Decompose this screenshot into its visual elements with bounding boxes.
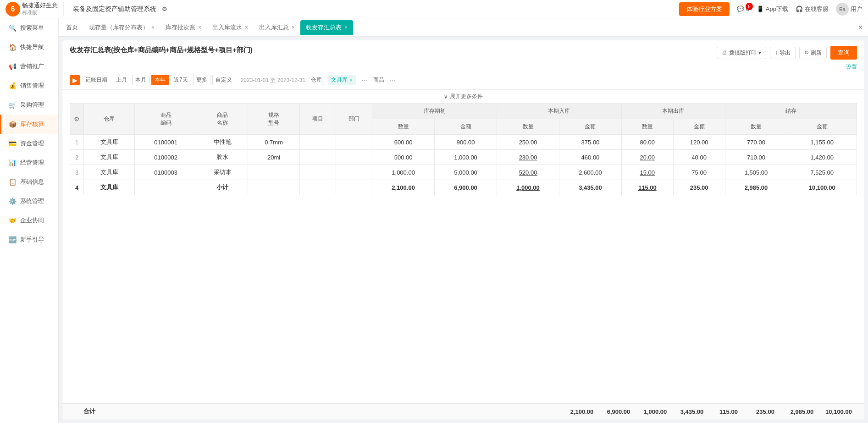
tab-close-all[interactable]: ×: [858, 23, 866, 32]
tab-stock-dist-close[interactable]: ×: [151, 24, 155, 31]
sidebar-item-system[interactable]: ⚙️ 系统管理: [0, 192, 58, 211]
sidebar-label-search: 搜索菜单: [20, 24, 44, 32]
online-support-item[interactable]: 🎧 在线客服: [796, 5, 829, 13]
trial-button[interactable]: 体验行业方案: [679, 2, 730, 16]
row-project: [299, 180, 336, 195]
expand-more-row[interactable]: ∨ 展开更多条件: [62, 89, 864, 103]
print-label: 拨镜版打印: [729, 49, 757, 57]
row-out-qty[interactable]: 15.00: [621, 165, 673, 180]
row-close-qty: 770.00: [725, 135, 787, 150]
tab-inout-summary[interactable]: 出入库汇总 ×: [254, 20, 300, 35]
row-close-qty: 710.00: [725, 150, 787, 165]
tab-inout-flow[interactable]: 出入库流水 ×: [207, 20, 254, 35]
date-btn-7days[interactable]: 近7天: [171, 75, 191, 85]
row-project: [299, 150, 336, 165]
sidebar-label-baseinfo: 基础信息: [20, 178, 44, 186]
user-avatar: Ea: [836, 3, 849, 16]
app-container: 6 畅捷通好生意 标准版 装备及固定资产辅助管理系统 ⚙ 体验行业方案 💬 6 …: [0, 0, 868, 423]
query-button[interactable]: 查询: [830, 46, 857, 60]
sidebar-item-baseinfo[interactable]: 📋 基础信息: [0, 172, 58, 192]
brand-name: 畅捷通好生意: [22, 2, 58, 10]
sidebar-label-purchase: 采购管理: [20, 101, 44, 109]
row-in-qty[interactable]: 1,000.00: [497, 180, 559, 195]
date-btn-custom[interactable]: 自定义: [212, 75, 235, 85]
headset-icon: 🎧: [796, 5, 803, 12]
app-download-item[interactable]: 📱 App下载: [757, 5, 788, 13]
setting-link[interactable]: 设置: [846, 63, 857, 71]
footer-in-amt: 3,435.00: [674, 408, 710, 415]
date-btn-this-month[interactable]: 本月: [132, 75, 149, 85]
th-code: 商品编码: [135, 104, 197, 135]
sidebar-label-guide: 新手引导: [20, 236, 44, 244]
date-btn-last-month[interactable]: 上月: [113, 75, 130, 85]
row-out-qty[interactable]: 80.00: [621, 135, 673, 150]
row-dept: [336, 165, 372, 180]
top-left: 6 畅捷通好生意 标准版 装备及固定资产辅助管理系统 ⚙: [6, 2, 171, 16]
sidebar-item-guide[interactable]: 🆕 新手引导: [0, 230, 58, 249]
th-open-amt: 金额: [435, 119, 497, 135]
footer-out-qty: 115.00: [710, 408, 747, 415]
tab-batch-close[interactable]: ×: [198, 24, 201, 31]
print-icon: 🖨: [722, 49, 727, 56]
row-project: [299, 135, 336, 150]
footer-numbers: 2,100.00 6,900.00 1,000.00 3,435.00 115.…: [116, 408, 857, 415]
tab-batch[interactable]: 库存批次账 ×: [160, 20, 207, 35]
refresh-icon: ↻: [804, 49, 809, 56]
sidebar-item-quicknav[interactable]: 🏠 快捷导航: [0, 38, 58, 57]
separator: [63, 2, 64, 16]
tab-home[interactable]: 首页: [61, 20, 83, 35]
sidebar-item-inventory[interactable]: 📦 库存核算: [0, 115, 58, 134]
warehouse-tag-close[interactable]: ×: [349, 77, 352, 83]
tab-inout-flow-label: 出入库流水: [212, 23, 242, 32]
sidebar-label-marketing: 营销推广: [20, 62, 44, 71]
notification-icon: 💬: [737, 5, 744, 12]
sidebar-item-search[interactable]: 🔍 搜索菜单: [0, 18, 58, 38]
print-button[interactable]: 🖨 拨镜版打印 ▾: [717, 47, 766, 59]
date-btn-more[interactable]: 更多: [193, 75, 210, 85]
warehouse-filter-label: 仓库: [311, 76, 322, 84]
sidebar-item-finance[interactable]: 💳 资金管理: [0, 134, 58, 153]
goods-more-dots[interactable]: ···: [390, 76, 396, 84]
footer-close-amt: 10,100.00: [820, 408, 857, 415]
tab-recv-send[interactable]: 收发存汇总表 ×: [300, 20, 353, 35]
row-out-qty[interactable]: 20.00: [621, 150, 673, 165]
tab-inout-summary-close[interactable]: ×: [292, 24, 295, 31]
export-icon: ↑: [775, 49, 778, 56]
sidebar-item-enterprise[interactable]: 🤝 企业协同: [0, 211, 58, 230]
user-item[interactable]: Ea 用户: [836, 3, 862, 16]
row-code: [135, 180, 197, 195]
notifications-item[interactable]: 💬 6 6: [737, 5, 749, 12]
row-out-amt: 40.00: [673, 150, 725, 165]
purchase-icon: 🛒: [9, 101, 17, 109]
sidebar: 🔍 搜索菜单 🏠 快捷导航 📢 营销推广 💰 销售管理 🛒 采购管: [0, 18, 59, 423]
sidebar-item-purchase[interactable]: 🛒 采购管理: [0, 95, 58, 115]
sidebar-item-marketing[interactable]: 📢 营销推广: [0, 57, 58, 76]
refresh-button[interactable]: ↻ 刷新: [799, 47, 827, 59]
page-title: 收发存汇总表(按仓库+商品编码+商品+规格型号+项目+部门): [70, 46, 253, 55]
th-spec: 规格型号: [248, 104, 300, 135]
sidebar-item-operations[interactable]: 📊 经营管理: [0, 153, 58, 172]
export-button[interactable]: ↑ 导出: [770, 47, 796, 59]
settings-icon[interactable]: ⚙: [158, 3, 171, 16]
row-out-qty[interactable]: 115.00: [621, 180, 673, 195]
row-in-qty[interactable]: 230.00: [497, 150, 559, 165]
home-icon: 🏠: [9, 44, 17, 51]
th-group-out: 本期出库: [621, 104, 725, 119]
table-settings-icon[interactable]: ⚙: [74, 115, 80, 123]
sidebar-menu: 🔍 搜索菜单 🏠 快捷导航 📢 营销推广 💰 销售管理 🛒 采购管: [0, 18, 58, 423]
row-in-qty[interactable]: 520.00: [497, 165, 559, 180]
filter-expand-button[interactable]: ▶: [70, 75, 80, 85]
row-close-amt: 7,525.00: [787, 165, 857, 180]
date-btn-this-year[interactable]: 本年: [151, 75, 169, 85]
sidebar-item-sales[interactable]: 💰 销售管理: [0, 76, 58, 95]
row-dept: [336, 180, 372, 195]
table-row: 3 文具库 0100003 采访本 1,000.00 5,000.00 520.…: [70, 165, 857, 180]
row-in-qty[interactable]: 250.00: [497, 135, 559, 150]
row-num: 3: [70, 165, 84, 180]
tab-stock-dist[interactable]: 现存量（库存分布表） ×: [83, 20, 160, 35]
warehouse-tag-text: 文具库: [331, 76, 348, 84]
row-out-amt: 120.00: [673, 135, 725, 150]
tab-recv-send-close[interactable]: ×: [344, 24, 348, 31]
warehouse-more-dots[interactable]: ···: [362, 76, 368, 84]
tab-inout-flow-close[interactable]: ×: [245, 24, 248, 31]
